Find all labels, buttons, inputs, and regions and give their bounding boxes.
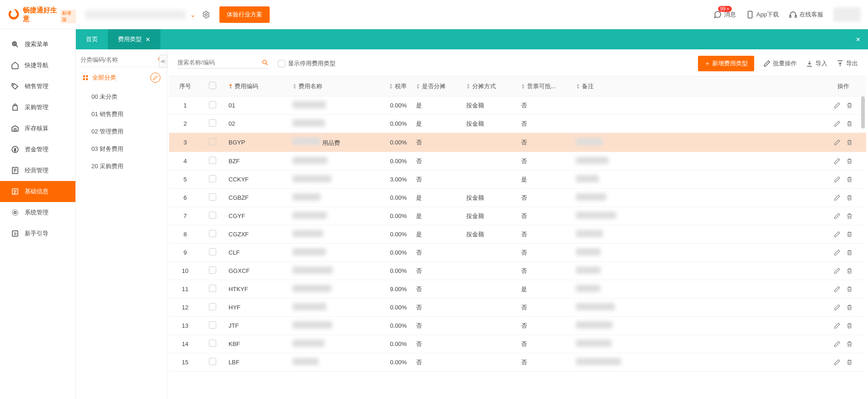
vertical-scrollbar[interactable]	[861, 96, 865, 394]
delete-row-button[interactable]	[846, 231, 853, 238]
tree-child[interactable]: 03 财务费用	[80, 140, 162, 158]
import-button[interactable]: 导入	[806, 59, 827, 68]
edit-row-button[interactable]	[834, 176, 841, 183]
edit-row-button[interactable]	[834, 213, 841, 219]
edit-row-button[interactable]	[834, 249, 841, 256]
cell-checkbox[interactable]	[201, 152, 224, 170]
sidebar-item-inventory[interactable]: 库存核算	[0, 118, 75, 139]
close-icon[interactable]: ✕	[145, 36, 150, 43]
cell-checkbox[interactable]	[201, 280, 224, 298]
edit-tree-button[interactable]	[150, 73, 160, 83]
edit-row-button[interactable]	[834, 102, 841, 109]
messages-link[interactable]: 99 + 消息	[714, 11, 736, 19]
add-expense-type-button[interactable]: ＋ 新增费用类型	[698, 56, 754, 71]
sidebar-item-basicinfo[interactable]: 基础信息	[0, 181, 75, 202]
cell-checkbox[interactable]	[201, 207, 224, 225]
sidebar-item-business[interactable]: 经营管理	[0, 160, 75, 181]
table-row[interactable]: 3BGYP 用品费0.00%否否	[169, 133, 866, 152]
table-row[interactable]: 7CGYF0.00%是按金额否	[169, 207, 866, 225]
delete-row-button[interactable]	[846, 194, 853, 201]
col-apportion[interactable]: ▲▼是否分摊	[411, 76, 462, 96]
company-selector[interactable]: ⌄	[85, 10, 196, 19]
edit-row-button[interactable]	[834, 231, 841, 238]
settings-button[interactable]	[202, 11, 210, 19]
edit-row-button[interactable]	[834, 340, 841, 347]
cell-checkbox[interactable]	[201, 115, 224, 133]
sidebar-item-quicknav[interactable]: 快捷导航	[0, 55, 75, 76]
col-name[interactable]: ▲▼费用名称	[288, 76, 370, 96]
delete-row-button[interactable]	[846, 176, 853, 183]
table-row[interactable]: 8CGZXF0.00%是按金额否	[169, 225, 866, 244]
edit-row-button[interactable]	[834, 139, 841, 146]
cell-checkbox[interactable]	[201, 170, 224, 189]
delete-row-button[interactable]	[846, 286, 853, 293]
user-avatar[interactable]	[833, 7, 861, 22]
sidebar-item-search[interactable]: 搜索菜单	[0, 34, 75, 55]
delete-row-button[interactable]	[846, 359, 853, 366]
table-row[interactable]: 15LBF0.00%否否	[169, 353, 866, 372]
tree-child[interactable]: 00 未分类	[80, 88, 162, 106]
delete-row-button[interactable]	[846, 340, 853, 347]
app-download-link[interactable]: App下载	[746, 11, 779, 19]
col-method[interactable]: ▲▼分摊方式	[462, 76, 517, 96]
delete-row-button[interactable]	[846, 213, 853, 219]
col-checkbox[interactable]	[201, 76, 224, 96]
col-remark[interactable]: ▲▼备注	[571, 76, 820, 96]
tree-root-all[interactable]: 全部分类	[80, 67, 162, 88]
search-icon[interactable]	[261, 59, 269, 66]
table-row[interactable]: 5CCKYF3.00%否是	[169, 170, 866, 189]
cell-checkbox[interactable]	[201, 225, 224, 244]
table-row[interactable]: 14KBF0.00%否否	[169, 335, 866, 353]
col-code[interactable]: ▲▼费用编码	[224, 76, 288, 96]
col-seq[interactable]: 序号	[169, 76, 201, 96]
cell-checkbox[interactable]	[201, 133, 224, 152]
table-row[interactable]: 4BZF0.00%否否	[169, 152, 866, 170]
table-row[interactable]: 12HYF0.00%否否	[169, 298, 866, 317]
col-deduct[interactable]: ▲▼普票可抵...	[517, 76, 571, 96]
cell-checkbox[interactable]	[201, 298, 224, 317]
tree-search-input[interactable]	[80, 56, 157, 63]
table-search-input[interactable]	[177, 59, 261, 66]
edit-row-button[interactable]	[834, 359, 841, 366]
delete-row-button[interactable]	[846, 304, 853, 311]
table-row[interactable]: 11HTKYF9.00%否是	[169, 280, 866, 298]
cell-checkbox[interactable]	[201, 262, 224, 280]
try-industry-button[interactable]: 体验行业方案	[219, 6, 270, 23]
table-row[interactable]: 13JTF0.00%否否	[169, 317, 866, 335]
batch-action-button[interactable]: 批量操作	[763, 59, 797, 68]
table-row[interactable]: 2020.00%是按金额否	[169, 115, 866, 133]
show-disabled-toggle[interactable]: 显示停用费用类型	[278, 59, 335, 68]
delete-row-button[interactable]	[846, 249, 853, 256]
delete-row-button[interactable]	[846, 158, 853, 165]
table-row[interactable]: 6CGBZF0.00%是按金额否	[169, 189, 866, 207]
table-row[interactable]: 9CLF0.00%否否	[169, 244, 866, 262]
collapse-tree-handle[interactable]: ≪	[159, 55, 167, 68]
sidebar-item-sales[interactable]: 销售管理	[0, 76, 75, 97]
support-link[interactable]: 在线客服	[789, 11, 823, 19]
edit-row-button[interactable]	[834, 158, 841, 165]
cell-checkbox[interactable]	[201, 335, 224, 353]
tab-expense-type[interactable]: 费用类型 ✕	[108, 29, 160, 49]
edit-row-button[interactable]	[834, 304, 841, 311]
edit-row-button[interactable]	[834, 267, 841, 274]
delete-row-button[interactable]	[846, 139, 853, 146]
edit-row-button[interactable]	[834, 120, 841, 127]
edit-row-button[interactable]	[834, 286, 841, 293]
table-row[interactable]: 1010.00%是按金额否	[169, 96, 866, 115]
col-rate[interactable]: ▲▼税率	[370, 76, 411, 96]
cell-checkbox[interactable]	[201, 96, 224, 115]
sidebar-item-system[interactable]: 系统管理	[0, 202, 75, 223]
delete-row-button[interactable]	[846, 102, 853, 109]
sidebar-item-funds[interactable]: 资金管理	[0, 139, 75, 160]
export-button[interactable]: 导出	[836, 59, 858, 68]
edit-row-button[interactable]	[834, 194, 841, 201]
delete-row-button[interactable]	[846, 267, 853, 274]
cell-checkbox[interactable]	[201, 353, 224, 372]
tree-child[interactable]: 02 管理费用	[80, 123, 162, 140]
cell-checkbox[interactable]	[201, 317, 224, 335]
delete-row-button[interactable]	[846, 120, 853, 127]
delete-row-button[interactable]	[846, 322, 853, 329]
table-row[interactable]: 10GGXCF0.00%否否	[169, 262, 866, 280]
tab-home[interactable]: 首页	[76, 29, 108, 49]
close-all-tabs[interactable]: ✕	[848, 36, 868, 43]
